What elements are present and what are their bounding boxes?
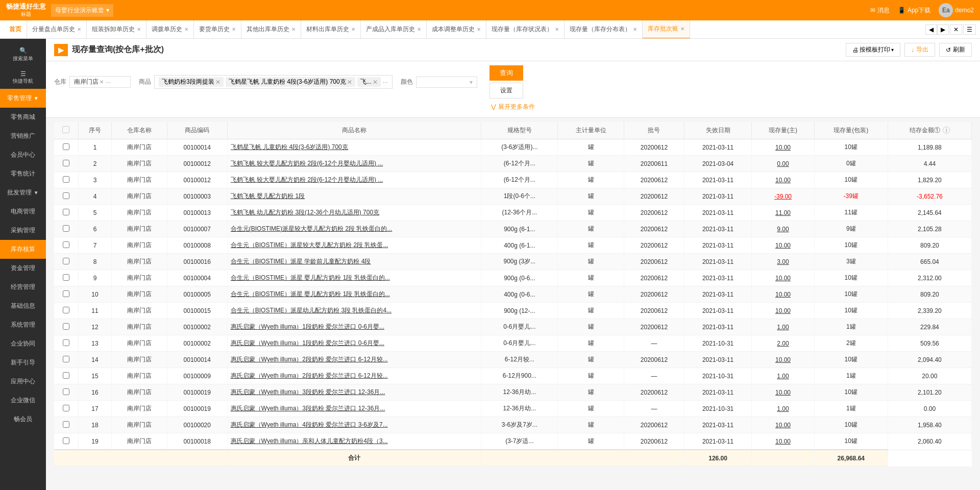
row-product-name[interactable]: 飞鹤星飞帆 儿童奶粉 4段(3-6岁适用) 700克 xyxy=(227,139,481,156)
tab-material-out[interactable]: 材料出库单历史 ✕ xyxy=(301,20,361,39)
expand-filter-btn[interactable]: ▶ xyxy=(54,44,68,56)
tab-close-require[interactable]: ✕ xyxy=(232,27,236,32)
sidebar-item-wholesale[interactable]: 批发管理 ▼ xyxy=(0,183,46,202)
row-stock-main[interactable]: 3.00 xyxy=(752,254,815,270)
expand-more-btn[interactable]: ⋁ 展开更多条件 xyxy=(489,101,536,113)
tab-require[interactable]: 要货单历史 ✕ xyxy=(194,20,241,39)
row-product-name[interactable]: 惠氏启蒙（Wyeth illuma）2段奶粉 爱尔兰进口 6-12月较... xyxy=(227,352,481,368)
product-tag-remove-3[interactable]: ✕ xyxy=(373,79,378,86)
row-product-name[interactable]: 合生元（BIOSTIME）派星较大婴儿配方奶粉 2段 乳铁蛋... xyxy=(227,237,481,254)
stock-main-link[interactable]: 10.00 xyxy=(775,177,791,184)
warehouse-more[interactable]: ··· xyxy=(106,79,111,86)
product-name-link[interactable]: 合生元(BIOSTIME)派星较大婴儿配方奶粉 2段 乳铁蛋白的... xyxy=(231,225,393,232)
row-checkbox[interactable] xyxy=(54,221,78,237)
row-checkbox[interactable] xyxy=(54,352,78,368)
tab-close-batch-voucher[interactable]: ✕ xyxy=(680,26,684,32)
stock-main-link[interactable]: 9.00 xyxy=(777,226,789,233)
tab-split-check[interactable]: 分量盘点单历史 ✕ xyxy=(27,20,87,39)
product-name-link[interactable]: 合生元（BIOSTIME）派星幼儿配方奶粉 3段 乳铁蛋白的4... xyxy=(231,307,391,314)
stock-main-link[interactable]: 10.00 xyxy=(775,307,791,314)
stock-main-link[interactable]: -39.00 xyxy=(774,193,792,200)
row-stock-main[interactable]: 10.00 xyxy=(752,384,815,401)
row-product-name[interactable]: 飞鹤飞帆 较大婴儿配方奶粉 2段(6-12个月婴幼儿适用) ... xyxy=(227,156,481,172)
tab-close-product-in[interactable]: ✕ xyxy=(417,27,421,32)
print-template-btn[interactable]: 🖨 按模板打印 ▾ xyxy=(846,43,900,57)
sidebar-item-purchase[interactable]: 采购管理 xyxy=(0,221,46,240)
row-stock-main[interactable]: 10.00 xyxy=(752,352,815,368)
sidebar-item-enterprise-coop[interactable]: 企业协同 xyxy=(0,334,46,353)
tab-close-other-out[interactable]: ✕ xyxy=(291,27,296,32)
user-area[interactable]: Ea demo2 xyxy=(939,3,974,17)
th-checkbox[interactable] xyxy=(54,122,78,139)
query-btn[interactable]: 查询 xyxy=(489,65,523,81)
tab-close-adjust[interactable]: ✕ xyxy=(184,27,188,32)
product-name-link[interactable]: 飞鹤星飞帆 儿童奶粉 4段(3-6岁适用) 700克 xyxy=(231,143,348,151)
setting-btn[interactable]: 设置 xyxy=(489,83,523,99)
stock-main-link[interactable]: 10.00 xyxy=(775,438,791,445)
product-name-link[interactable]: 惠氏启蒙（Wyeth illuma）1段奶粉 爱尔兰进口 0-6月婴... xyxy=(231,323,384,330)
row-product-name[interactable]: 合生元(BIOSTIME)派星较大婴儿配方奶粉 2段 乳铁蛋白的... xyxy=(227,221,481,237)
row-stock-main[interactable]: 9.00 xyxy=(752,221,815,237)
stock-main-link[interactable]: 11.00 xyxy=(775,209,791,216)
row-stock-main[interactable]: 10.00 xyxy=(752,172,815,188)
stock-main-link[interactable]: 10.00 xyxy=(775,144,791,151)
tab-close-material-out[interactable]: ✕ xyxy=(351,27,355,32)
product-name-link[interactable]: 合生元（BIOSTIME）派星较大婴儿配方奶粉 2段 乳铁蛋... xyxy=(231,241,388,249)
stock-main-link[interactable]: 10.00 xyxy=(775,275,791,282)
row-stock-main[interactable]: 2.00 xyxy=(752,335,815,352)
product-input[interactable]: 飞鹤奶粉3段两提装 ✕ 飞鹤星飞帆 儿童奶粉 4段(3-6岁适用) 700克 ✕… xyxy=(154,75,393,89)
row-checkbox[interactable] xyxy=(54,384,78,401)
sidebar-item-vip[interactable]: 畅会员 xyxy=(0,410,46,429)
row-checkbox[interactable] xyxy=(54,368,78,384)
tab-close-inv-dist[interactable]: ✕ xyxy=(633,27,637,32)
stock-main-link[interactable]: 10.00 xyxy=(775,291,791,298)
product-name-link[interactable]: 飞鹤飞帆 较大婴儿配方奶粉 2段(6-12个月婴幼儿适用) ... xyxy=(231,176,383,183)
color-input[interactable]: ▾ xyxy=(416,77,477,88)
stock-main-link[interactable]: 0.00 xyxy=(777,160,789,167)
tab-other-out[interactable]: 其他出库单历史 ✕ xyxy=(241,20,301,39)
tab-product-in[interactable]: 产成品入库单历史 ✕ xyxy=(361,20,427,39)
row-checkbox[interactable] xyxy=(54,205,78,221)
stock-main-link[interactable]: 10.00 xyxy=(775,242,791,249)
row-stock-main[interactable]: 10.00 xyxy=(752,237,815,254)
sidebar-item-basic-info[interactable]: 基础信息 xyxy=(0,297,46,315)
row-product-name[interactable]: 惠氏启蒙（Wyeth illuma）1段奶粉 爱尔兰进口 0-6月婴... xyxy=(227,335,481,352)
row-checkbox[interactable] xyxy=(54,172,78,188)
select-all-checkbox[interactable] xyxy=(62,126,69,133)
product-name-link[interactable]: 飞鹤飞帆 较大婴儿配方奶粉 2段(6-12个月婴幼儿适用) ... xyxy=(231,160,383,167)
product-name-link[interactable]: 惠氏启蒙（Wyeth illuma）1段奶粉 爱尔兰进口 0-6月婴... xyxy=(231,339,384,347)
stock-main-link[interactable]: 3.00 xyxy=(777,258,789,265)
sidebar-quick-nav[interactable]: ☰ 快捷导航 xyxy=(0,66,46,89)
row-product-name[interactable]: 飞鹤飞帆 较大婴儿配方奶粉 2段(6-12个月婴幼儿适用) ... xyxy=(227,172,481,188)
stock-main-link[interactable]: 1.00 xyxy=(777,405,789,412)
row-stock-main[interactable]: 10.00 xyxy=(752,417,815,433)
row-stock-main[interactable]: 1.00 xyxy=(752,368,815,384)
row-checkbox[interactable] xyxy=(54,417,78,433)
product-name-link[interactable]: 惠氏启蒙（Wyeth illuma）2段奶粉 爱尔兰进口 6-12月较... xyxy=(231,372,388,379)
row-stock-main[interactable]: 10.00 xyxy=(752,286,815,303)
row-product-name[interactable]: 合生元（BIOSTIME）派星幼儿配方奶粉 3段 乳铁蛋白的4... xyxy=(227,303,481,319)
row-product-name[interactable]: 飞鹤飞帆 婴儿配方奶粉 1段 xyxy=(227,188,481,205)
tab-close-inv-status[interactable]: ✕ xyxy=(555,27,559,32)
row-stock-main[interactable]: 1.00 xyxy=(752,319,815,335)
row-product-name[interactable]: 合生元（BIOSTIME）派星 婴儿配方奶粉 1段 乳铁蛋白的... xyxy=(227,286,481,303)
tab-inv-dist[interactable]: 现存量（库存分布表） ✕ xyxy=(565,20,643,39)
sidebar-item-marketing[interactable]: 营销推广 xyxy=(0,127,46,145)
table-container[interactable]: 序号 仓库名称 商品编码 商品名称 规格型号 主计量单位 批号 失效日期 现存量… xyxy=(46,118,980,490)
tab-close-all-btn[interactable]: ✕ xyxy=(950,24,962,35)
product-more[interactable]: ··· xyxy=(383,79,388,86)
row-checkbox[interactable] xyxy=(54,286,78,303)
sidebar-item-retail-shop[interactable]: 零售商城 xyxy=(0,108,46,127)
product-name-link[interactable]: 飞鹤飞帆 幼儿配方奶粉 3段(12-36个月幼儿适用) 700克 xyxy=(231,209,379,216)
sidebar-item-enterprise-wechat[interactable]: 企业微信 xyxy=(0,391,46,410)
tab-menu-btn[interactable]: ☰ xyxy=(963,24,976,35)
export-btn[interactable]: ↓ 导出 xyxy=(904,43,935,57)
product-name-link[interactable]: 飞鹤飞帆 婴儿配方奶粉 1段 xyxy=(231,192,305,200)
row-checkbox[interactable] xyxy=(54,156,78,172)
stock-main-link[interactable]: 10.00 xyxy=(775,422,791,429)
balance-info-icon[interactable]: i xyxy=(943,127,950,134)
warehouse-input[interactable]: 南岸门店 ✕ ··· xyxy=(69,76,131,88)
row-checkbox[interactable] xyxy=(54,335,78,352)
tab-prev-btn[interactable]: ◀ xyxy=(925,24,937,35)
row-checkbox[interactable] xyxy=(54,270,78,286)
